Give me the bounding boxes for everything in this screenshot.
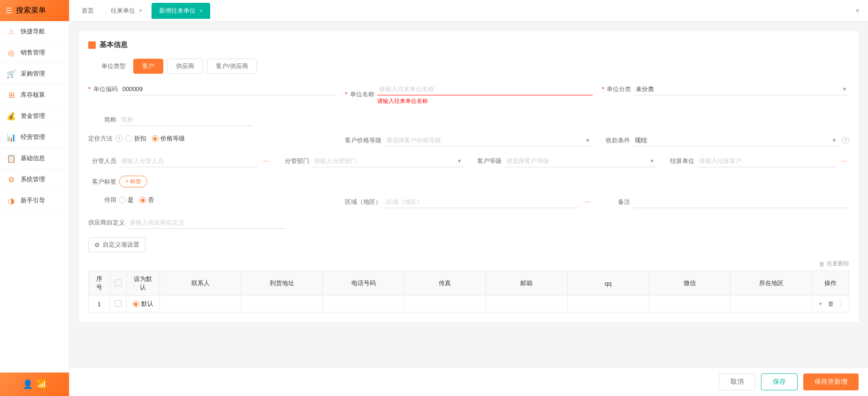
add-tag-button[interactable]: + 标签 (119, 176, 147, 187)
default-radio[interactable]: 默认 (131, 300, 155, 308)
qq-input[interactable] (572, 301, 644, 308)
type-btn-both[interactable]: 客户/供应商 (207, 59, 257, 74)
sidebar-item-label: 新手引导 (21, 196, 45, 205)
row-email[interactable] (486, 296, 567, 312)
sidebar-item-finance[interactable]: 💰 资金管理 (0, 106, 69, 127)
email-input[interactable] (491, 301, 563, 308)
remark-input[interactable] (633, 196, 849, 208)
customer-price-select[interactable]: ▼ (384, 134, 592, 147)
window-close-button[interactable]: × (852, 5, 863, 17)
payment-terms-label: 收款条件 (602, 136, 630, 145)
region-more-btn[interactable]: ··· (582, 198, 592, 206)
fax-input[interactable] (409, 301, 481, 308)
col-check[interactable] (110, 271, 126, 296)
field-payment-terms: 收款条件 ▼ ? (602, 134, 849, 147)
row-region-input[interactable] (735, 301, 807, 308)
manager-more-btn[interactable]: ··· (261, 157, 271, 165)
supplier-custom-input[interactable] (128, 217, 285, 229)
pricing-level-radio[interactable]: 价格等级 (152, 134, 185, 143)
tab-new-partner-close[interactable]: × (199, 8, 203, 14)
add-row-btn[interactable]: + (819, 300, 822, 307)
payment-terms-input[interactable] (633, 134, 830, 146)
tab-home[interactable]: 首页 (74, 3, 101, 19)
section-title: 基本信息 (88, 40, 849, 49)
pricing-help-icon[interactable]: ? (115, 135, 123, 142)
field-alias: 简称 (88, 114, 252, 126)
sidebar-item-operations[interactable]: 📊 经营管理 (0, 127, 69, 148)
custom-settings-button[interactable]: ⚙ 自定义项设置 (88, 237, 145, 252)
save-button[interactable]: 保存 (761, 373, 798, 390)
payment-help-icon[interactable]: ? (842, 137, 849, 144)
col-qq: qq (567, 271, 649, 296)
contact-input[interactable] (165, 301, 236, 308)
alias-input[interactable] (119, 114, 252, 126)
row-phone[interactable] (323, 296, 404, 312)
address-input[interactable] (246, 301, 318, 308)
header-checkbox[interactable] (115, 280, 122, 286)
delete-row-btn[interactable]: 🗑 (828, 300, 834, 307)
row-wechat[interactable] (649, 296, 731, 312)
manager-input[interactable] (119, 155, 259, 167)
sidebar-item-purchase[interactable]: 🛒 采购管理 (0, 63, 69, 85)
sidebar-item-sales[interactable]: ◎ 销售管理 (0, 42, 69, 63)
search-menu-button[interactable]: ☰ 搜索菜单 (0, 0, 69, 21)
save-new-button[interactable]: 保存并新增 (803, 373, 859, 390)
field-disable: 停用 是 否 (88, 196, 335, 204)
tab-new-partner[interactable]: 新增往来单位 × (152, 3, 210, 19)
region-input[interactable] (384, 196, 579, 208)
field-unit-category: * 单位分类 ▼ (602, 83, 849, 95)
tab-partner-list-close[interactable]: × (139, 8, 142, 14)
disable-no-radio[interactable]: 否 (139, 196, 154, 204)
row-region[interactable] (731, 296, 812, 312)
row-contact[interactable] (160, 296, 241, 312)
pricing-discount-radio[interactable]: 折扣 (126, 134, 146, 143)
sidebar-item-label: 库存核算 (21, 91, 45, 99)
sidebar-item-quick-nav[interactable]: ⌂ 快捷导航 (0, 21, 69, 42)
phone-input[interactable] (327, 301, 399, 308)
customer-level-input[interactable] (504, 155, 647, 167)
unit-category-select-wrapper[interactable]: ▼ (634, 83, 849, 95)
row-address[interactable] (241, 296, 323, 312)
inventory-icon: ⊞ (7, 90, 16, 100)
cancel-button[interactable]: 取消 (719, 373, 755, 390)
col-wechat: 微信 (649, 271, 731, 296)
sidebar-item-label: 快捷导航 (21, 27, 45, 36)
customer-price-input[interactable] (384, 134, 583, 146)
sidebar-item-system[interactable]: ⚙ 系统管理 (0, 169, 69, 190)
form-row-pricing: 定价方法 ? 折扣 价格等级 (88, 134, 849, 147)
batch-delete-area[interactable]: 🗑 批量删除 (88, 260, 849, 268)
col-seq: 序号 (89, 271, 110, 296)
unit-name-input[interactable] (377, 83, 593, 95)
sidebar-item-guide[interactable]: ◑ 新手引导 (0, 190, 69, 211)
settlement-input[interactable] (697, 155, 837, 167)
search-menu-label: 搜索菜单 (16, 6, 46, 16)
sidebar-item-label: 基础信息 (21, 154, 45, 163)
field-settlement: 结算单位 ··· (666, 155, 850, 167)
sidebar-item-inventory[interactable]: ⊞ 库存核算 (0, 85, 69, 106)
search-icon: ☰ (6, 6, 12, 15)
col-phone: 电话号码 (323, 271, 404, 296)
default-radio-circle (133, 301, 139, 307)
unit-category-input[interactable] (634, 83, 840, 95)
wechat-input[interactable] (654, 301, 726, 308)
sidebar-item-basics[interactable]: 📋 基础信息 (0, 148, 69, 169)
row-qq[interactable] (567, 296, 649, 312)
field-department: 分管部门 ▼ (281, 155, 464, 167)
unit-category-label: * 单位分类 (602, 85, 632, 93)
payment-terms-select[interactable]: ▼ (633, 134, 839, 147)
drag-handle[interactable]: ⋮ (838, 300, 844, 308)
department-select[interactable]: ▼ (312, 155, 464, 167)
disable-yes-radio[interactable]: 是 (119, 196, 134, 204)
settlement-more-btn[interactable]: ··· (839, 157, 849, 165)
type-btn-supplier[interactable]: 供应商 (167, 59, 203, 74)
row-default: 默认 (126, 296, 160, 312)
customer-level-select[interactable]: ▼ (504, 155, 657, 167)
department-input[interactable] (312, 155, 455, 167)
unit-code-input[interactable] (121, 83, 336, 95)
supplier-custom-label: 供应商自定义 (88, 218, 125, 227)
type-btn-customer[interactable]: 客户 (133, 59, 163, 74)
tab-partner-list[interactable]: 往来单位 × (103, 3, 150, 19)
row-check[interactable] (115, 300, 122, 307)
row-checkbox[interactable] (110, 296, 126, 312)
row-fax[interactable] (404, 296, 486, 312)
